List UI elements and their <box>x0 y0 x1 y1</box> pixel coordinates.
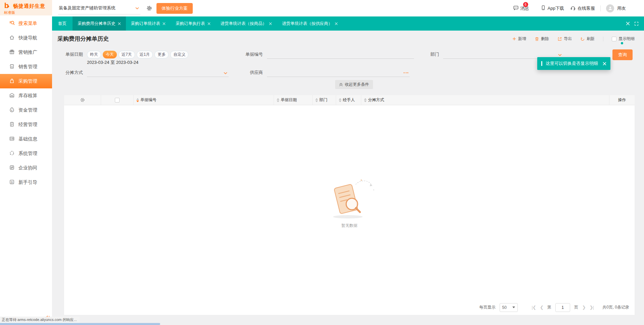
column-doc-no[interactable]: 单据编号 <box>134 95 274 105</box>
method-select[interactable] <box>87 69 229 77</box>
sidebar-item-system[interactable]: 系统管理 <box>0 146 52 161</box>
sidebar-item-marketing[interactable]: 营销推广 <box>0 45 52 59</box>
sort-icon[interactable] <box>364 98 367 102</box>
column-agent[interactable]: 经手人 <box>336 95 361 105</box>
show-detail-checkbox[interactable] <box>612 37 616 41</box>
fullscreen-icon[interactable] <box>634 22 639 26</box>
pill-last7days[interactable]: 近7天 <box>119 51 135 58</box>
sidebar-item-inventory[interactable]: 库存核算 <box>0 88 52 103</box>
shopping-bag-icon <box>9 78 15 85</box>
gear-icon <box>80 97 85 103</box>
avatar[interactable] <box>606 4 614 12</box>
page-content: 采购费用分摊单历史 新增 删除 导出 <box>52 31 644 325</box>
tab-purchase-order-exec[interactable]: 采购订单执行表 <box>171 16 216 31</box>
new-badge-icon: 新 <box>9 179 15 186</box>
money-bag-icon: ¥ <box>9 107 15 114</box>
trial-solution-button[interactable]: 体验行业方案 <box>156 3 193 14</box>
tab-close-icon[interactable] <box>118 22 121 25</box>
horizontal-scrollbar[interactable] <box>0 323 160 325</box>
doc-date-label: 单据日期 <box>64 51 83 58</box>
messages-badge: 6 <box>523 2 528 7</box>
tooltip-close-icon[interactable] <box>603 62 606 66</box>
sidebar-item-collaboration[interactable]: 企业协同 <box>0 161 52 175</box>
tab-expense-history[interactable]: 采购费用分摊单历史 <box>73 16 126 31</box>
more-options-icon[interactable] <box>404 72 408 73</box>
sort-icon[interactable] <box>315 98 318 102</box>
search-button[interactable]: 查询 <box>612 49 633 60</box>
add-button[interactable]: 新增 <box>512 36 526 42</box>
tooltip-bar-icon <box>541 61 542 66</box>
per-page-select[interactable]: 50 <box>500 303 518 312</box>
messages-button[interactable]: 消息 6 <box>513 5 529 12</box>
select-all-checkbox[interactable] <box>115 98 120 103</box>
collapse-filters-button[interactable]: 收起更多条件 <box>335 80 373 89</box>
column-doc-date[interactable]: 单据日期 <box>274 95 313 105</box>
tooltip-anchor-dot <box>621 42 623 44</box>
tab-purchase-order-stats[interactable]: 采购订单统计表 <box>126 16 171 31</box>
pill-yesterday[interactable]: 昨天 <box>87 51 101 58</box>
svg-text:$: $ <box>11 66 13 68</box>
divider <box>603 37 603 41</box>
home-icon <box>9 35 15 41</box>
select-all-cell <box>101 95 134 105</box>
trash-icon <box>535 37 539 41</box>
delete-button[interactable]: 删除 <box>535 36 549 42</box>
date-range-value[interactable]: 2023-03-24 至 2023-03-24 <box>87 59 244 66</box>
system-select[interactable]: 装备及固定资产辅助管理系统 <box>58 2 140 14</box>
sort-icon[interactable] <box>339 98 341 102</box>
show-detail-toggle[interactable]: 显示明细 <box>612 36 635 42</box>
supplier-label: 供应商 <box>244 69 263 77</box>
column-dept[interactable]: 部门 <box>313 95 336 105</box>
pill-today[interactable]: 今天 <box>103 51 117 58</box>
last-page-icon[interactable]: ❯| <box>590 305 594 310</box>
page-suffix: 页 <box>574 304 578 310</box>
pill-last1month[interactable]: 近1月 <box>137 51 153 58</box>
date-quick-pills: 昨天 今天 近7天 近1月 更多 自定义 <box>87 51 188 58</box>
brand-edition: 标准版 <box>4 10 50 15</box>
online-service-button[interactable]: 在线客服 <box>570 5 595 12</box>
svg-text:新: 新 <box>11 180 13 184</box>
browser-status-text: 正在等待 arms-retcode.aliyuncs.com 的响应... <box>0 317 80 323</box>
tab-close-icon[interactable] <box>269 22 272 25</box>
record-total: 共0页, 0条记录 <box>602 304 629 310</box>
tab-close-icon[interactable] <box>335 22 338 25</box>
column-method[interactable]: 分摊方式 <box>361 95 609 105</box>
tab-home[interactable]: 首页 <box>52 16 73 31</box>
tab-inbound-stats-supplier[interactable]: 进货单统计表（按供应商） <box>277 16 343 31</box>
sidebar-item-sales[interactable]: $ 销售管理 <box>0 59 52 74</box>
doc-no-input[interactable] <box>267 51 414 59</box>
sidebar-menu: 搜索菜单 快捷导航 营销推广 $ 销售管理 采购管理 库存核算 <box>0 15 52 190</box>
sidebar-item-quick-nav[interactable]: 快捷导航 <box>0 31 52 45</box>
app-download-button[interactable]: App下载 <box>541 5 564 11</box>
first-page-icon[interactable]: |❮ <box>532 305 536 310</box>
sidebar-item-search-menu[interactable]: 搜索菜单 <box>0 16 52 31</box>
sidebar-item-purchase[interactable]: 采购管理 <box>0 74 52 88</box>
next-page-icon[interactable]: ❯ <box>582 305 586 310</box>
page-prefix: 第 <box>547 304 551 310</box>
user-name[interactable]: 用友 <box>617 5 626 11</box>
pill-custom[interactable]: 自定义 <box>170 51 188 58</box>
sort-icon[interactable] <box>136 98 139 102</box>
sidebar-item-beginner-guide[interactable]: 新 新手引导 <box>0 175 52 190</box>
sidebar-item-funds[interactable]: ¥ 资金管理 <box>0 103 52 117</box>
refresh-button[interactable]: 刷新 <box>580 36 595 42</box>
tab-close-icon[interactable] <box>208 22 211 25</box>
sidebar-item-operations[interactable]: 经营管理 <box>0 117 52 132</box>
prev-page-icon[interactable]: ❮ <box>540 305 543 310</box>
export-button[interactable]: 导出 <box>557 36 572 42</box>
gear-icon[interactable] <box>146 5 152 11</box>
brand-logo-icon: b <box>3 2 11 11</box>
tab-inbound-stats-product[interactable]: 进货单统计表（按商品） <box>216 16 277 31</box>
column-settings-button[interactable] <box>64 95 101 105</box>
sync-board-icon <box>9 165 15 171</box>
close-all-tabs-icon[interactable] <box>626 22 630 26</box>
export-icon <box>557 37 562 41</box>
sidebar-item-base-info[interactable]: 基础信息 <box>0 132 52 146</box>
supplier-input[interactable] <box>267 69 410 77</box>
pill-more[interactable]: 更多 <box>154 51 169 58</box>
sort-icon[interactable] <box>277 98 279 102</box>
page-number-input[interactable]: 1 <box>555 303 570 312</box>
search-icon <box>9 20 15 27</box>
tab-close-icon[interactable] <box>163 22 166 25</box>
phone-icon <box>541 5 546 11</box>
